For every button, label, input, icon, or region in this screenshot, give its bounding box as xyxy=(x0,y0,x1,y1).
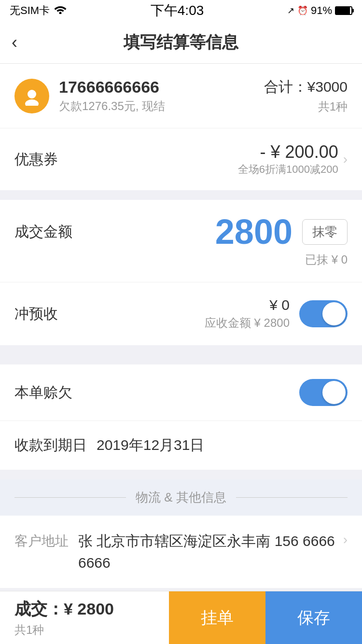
coupon-row[interactable]: 优惠券 - ¥ 200.00 全场6折满1000减200 › xyxy=(0,128,362,190)
debt-toggle-knob xyxy=(322,381,346,404)
bottom-deal-text: 成交：¥ 2800 xyxy=(14,598,154,620)
bottom-info: 成交：¥ 2800 共1种 xyxy=(0,598,169,638)
separator-3 xyxy=(0,470,362,479)
coupon-desc: 全场6折满1000减200 xyxy=(238,162,338,177)
customer-info: 17666666666 欠款1276.35元, 现结 xyxy=(59,78,165,114)
wifi-icon xyxy=(54,4,67,17)
address-value: 张 北京市市辖区海淀区永丰南 156 6666 6666 xyxy=(78,530,343,574)
prereceive-row: 冲预收 ¥ 0 应收金额 ¥ 2800 xyxy=(14,297,348,331)
deal-amount-section: 成交金额 2800 抹零 已抹 ¥ 0 xyxy=(0,200,362,282)
nav-bar: ‹ 填写结算等信息 xyxy=(0,21,362,64)
location-arrow-icon: ↗ xyxy=(287,5,294,16)
main-content: 17666666666 欠款1276.35元, 现结 合计：¥3000 共1种 … xyxy=(0,64,362,644)
prereceive-right: ¥ 0 应收金额 ¥ 2800 xyxy=(205,297,348,331)
divider-line-right xyxy=(236,497,348,498)
alarm-icon: ⏰ xyxy=(297,5,308,16)
customer-count: 共1种 xyxy=(264,99,348,114)
status-right: ↗ ⏰ 91% xyxy=(287,4,352,17)
debt-order-label: 本单赊欠 xyxy=(14,383,72,403)
page-title: 填写结算等信息 xyxy=(124,31,238,54)
coupon-label: 优惠券 xyxy=(14,150,58,169)
customer-phone: 17666666666 xyxy=(59,78,165,97)
bottom-count: 共1种 xyxy=(14,622,154,638)
status-time: 下午4:03 xyxy=(151,1,204,20)
prereceive-toggle[interactable] xyxy=(299,300,348,327)
divider-line-left xyxy=(14,497,126,498)
coupon-right: - ¥ 200.00 全场6折满1000减200 › xyxy=(238,142,348,177)
svg-point-1 xyxy=(28,90,36,98)
battery-icon xyxy=(335,6,352,15)
round-down-button[interactable]: 抹零 xyxy=(302,219,348,245)
prereceive-section: 冲预收 ¥ 0 应收金额 ¥ 2800 xyxy=(0,282,362,345)
deal-amount-value: 2800 xyxy=(215,214,292,249)
customer-right: 合计：¥3000 共1种 xyxy=(264,77,348,114)
carrier-text: 无SIM卡 xyxy=(10,3,50,18)
bottom-deal-amount: ¥ 2800 xyxy=(64,600,114,618)
prereceive-amount-wrap: ¥ 0 应收金额 ¥ 2800 xyxy=(205,297,290,331)
debt-section: 本单赊欠 xyxy=(0,364,362,420)
duedate-row: 收款到期日 2019年12月31日 xyxy=(14,435,348,455)
prereceive-label: 冲预收 xyxy=(14,304,58,324)
deal-row: 成交金额 2800 抹零 xyxy=(14,214,348,249)
avatar xyxy=(14,79,49,113)
battery-percent: 91% xyxy=(311,4,332,17)
coupon-info: - ¥ 200.00 全场6折满1000减200 xyxy=(238,142,338,177)
customer-total: 合计：¥3000 xyxy=(264,77,348,97)
status-left: 无SIM卡 xyxy=(10,3,67,18)
prereceive-amount: ¥ 0 xyxy=(205,297,290,313)
toggle-knob xyxy=(322,302,346,325)
svg-point-2 xyxy=(25,99,39,106)
logistics-header: 物流 & 其他信息 xyxy=(0,479,362,516)
customer-left: 17666666666 欠款1276.35元, 现结 xyxy=(14,78,165,114)
deal-amount-label: 成交金额 xyxy=(14,222,72,242)
duedate-label: 收款到期日 xyxy=(14,435,87,455)
customer-debt: 欠款1276.35元, 现结 xyxy=(59,98,165,114)
deal-sub-text: 已抹 ¥ 0 xyxy=(14,252,348,267)
coupon-amount: - ¥ 200.00 xyxy=(238,142,338,162)
bottom-deal-label: 成交： xyxy=(14,600,64,618)
deal-right: 2800 抹零 xyxy=(215,214,348,249)
save-button[interactable]: 保存 xyxy=(265,591,362,644)
bottom-bar: 成交：¥ 2800 共1种 挂单 保存 xyxy=(0,591,362,644)
separator-2 xyxy=(0,345,362,355)
pending-button[interactable]: 挂单 xyxy=(169,591,265,644)
logistics-title: 物流 & 其他信息 xyxy=(136,489,226,506)
duedate-value: 2019年12月31日 xyxy=(97,435,204,455)
back-button[interactable]: ‹ xyxy=(12,32,17,53)
status-bar: 无SIM卡 下午4:03 ↗ ⏰ 91% xyxy=(0,0,362,21)
customer-card: 17666666666 欠款1276.35元, 现结 合计：¥3000 共1种 xyxy=(0,64,362,128)
coupon-chevron-icon: › xyxy=(343,152,348,167)
svg-point-0 xyxy=(59,12,62,14)
address-label: 客户地址 xyxy=(14,530,69,550)
debt-toggle[interactable] xyxy=(299,379,348,406)
address-section[interactable]: 客户地址 张 北京市市辖区海淀区永丰南 156 6666 6666 › xyxy=(0,516,362,588)
address-chevron-icon: › xyxy=(343,530,348,547)
separator-1 xyxy=(0,190,362,200)
duedate-section: 收款到期日 2019年12月31日 xyxy=(0,420,362,470)
prereceive-sub: 应收金额 ¥ 2800 xyxy=(205,315,290,331)
